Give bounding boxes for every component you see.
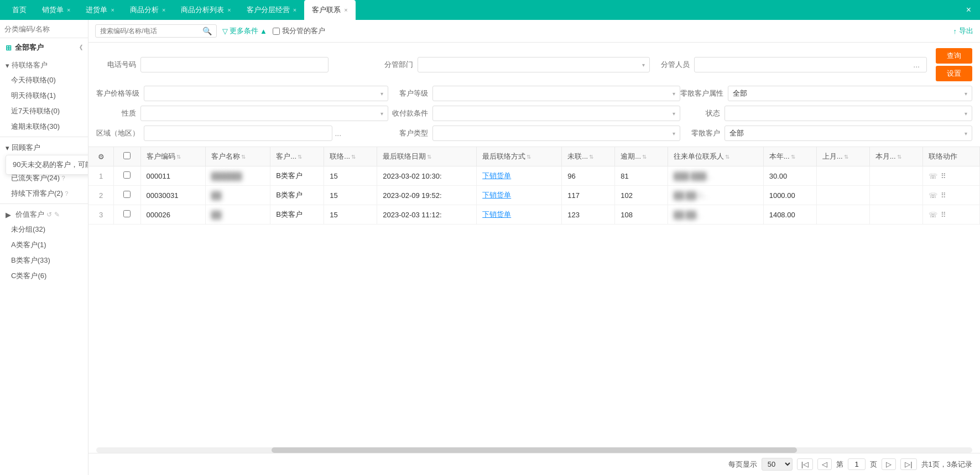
retail-select[interactable]: 全部 ▾: [724, 126, 972, 141]
tab-customer-layer[interactable]: 客户分层经营 ×: [239, 0, 304, 20]
person-select[interactable]: ...: [694, 57, 927, 72]
row-last-method[interactable]: 下销货单: [477, 186, 562, 205]
filter-customer-level: 客户等级 ▾: [388, 86, 680, 101]
close-tab-customer-layer[interactable]: ×: [293, 7, 296, 13]
more-actions-icon[interactable]: ⠿: [941, 172, 946, 180]
row-last-method[interactable]: 下销货单: [477, 166, 562, 186]
th-this-month[interactable]: 本月...⇅: [869, 147, 922, 166]
row-checkbox[interactable]: [123, 171, 131, 179]
th-uncontacted[interactable]: 未联...⇅: [562, 147, 615, 166]
th-last-method[interactable]: 最后联络方式⇅: [477, 147, 562, 166]
th-code[interactable]: 客户编码⇅: [140, 147, 205, 166]
th-name[interactable]: 客户名称⇅: [205, 147, 270, 166]
row-checkbox[interactable]: [123, 191, 131, 198]
chevron-up-icon: ▲: [260, 27, 267, 35]
sidebar-item-b-class[interactable]: B类客户(33): [0, 253, 88, 268]
query-button[interactable]: 查询: [936, 48, 972, 64]
row-type: B类客户: [270, 186, 324, 205]
th-last-date[interactable]: 最后联络日期⇅: [377, 147, 477, 166]
region-select[interactable]: [144, 126, 332, 141]
sidebar-item-declining[interactable]: 持续下滑客户(2) ?: [0, 186, 88, 201]
export-button[interactable]: ↑ 导出: [953, 26, 974, 36]
contact-icon[interactable]: ☏: [929, 172, 937, 180]
tab-analysis-list[interactable]: 商品分析列表 ×: [173, 0, 238, 20]
th-overdue[interactable]: 逾期...⇅: [615, 147, 668, 166]
sidebar-item-ungroup[interactable]: 未分组(32): [0, 222, 88, 237]
price-level-select[interactable]: ▾: [144, 86, 388, 101]
close-tab-sales[interactable]: ×: [67, 7, 70, 13]
status-select[interactable]: ▾: [724, 106, 972, 121]
row-overdue: 102: [615, 186, 668, 205]
row-num: 3: [88, 205, 114, 225]
per-page-select[interactable]: 50 100 200: [762, 458, 793, 471]
person-dots-icon[interactable]: ...: [911, 60, 922, 69]
sidebar-search-input[interactable]: [4, 25, 88, 33]
row-checkbox-cell[interactable]: [114, 205, 140, 225]
risk-customers-group[interactable]: ▾ 回顾客户 90天未交易的客户，可能有流失风险。: [0, 139, 88, 155]
dept-select[interactable]: ▾: [418, 57, 650, 72]
sidebar-item-today[interactable]: 今天待联络(0): [0, 72, 88, 88]
close-tab-analysis[interactable]: ×: [162, 7, 165, 13]
first-page-btn[interactable]: |◁: [797, 458, 813, 470]
sidebar-item-overdue[interactable]: 逾期未联络(30): [0, 119, 88, 134]
question-icon: ?: [61, 175, 65, 181]
scrollbar-thumb[interactable]: [272, 447, 797, 453]
page-num-input[interactable]: [848, 458, 866, 470]
more-actions-icon[interactable]: ⠿: [941, 191, 946, 200]
row-last-method[interactable]: 下销货单: [477, 205, 562, 225]
status-arrow-icon: ▾: [965, 111, 967, 117]
sidebar-all-customers: ⊞ 全部客户 《 ▾ 待联络客户 今天待联络(0) 明天待联络(1) 近7天待联…: [0, 38, 88, 284]
customer-type-select[interactable]: ▾: [432, 126, 680, 141]
contact-icon[interactable]: ☏: [929, 191, 937, 200]
th-type[interactable]: 客户...⇅: [270, 147, 324, 166]
th-liaison[interactable]: 往来单位联系人⇅: [668, 147, 764, 166]
th-last-month[interactable]: 上月...⇅: [816, 147, 869, 166]
select-all-checkbox[interactable]: [123, 152, 131, 159]
th-checkbox[interactable]: [114, 147, 140, 166]
th-this-year[interactable]: 本年...⇅: [763, 147, 816, 166]
row-name: ██████: [205, 166, 270, 186]
settings-button[interactable]: 设置: [936, 66, 972, 81]
close-all-tabs[interactable]: ×: [962, 5, 976, 15]
last-page-btn[interactable]: ▷|: [900, 458, 916, 470]
row-checkbox[interactable]: [123, 210, 131, 217]
row-checkbox-cell[interactable]: [114, 166, 140, 186]
row-checkbox-cell[interactable]: [114, 186, 140, 205]
pending-contact-group[interactable]: ▾ 待联络客户: [0, 57, 88, 72]
main-search-icon[interactable]: 🔍: [202, 27, 212, 35]
main-search-input[interactable]: [100, 27, 202, 35]
payment-select[interactable]: ▾: [432, 106, 680, 121]
more-conditions-btn[interactable]: ▽ 更多条件 ▲: [222, 26, 267, 36]
table-footer: 每页显示 50 100 200 |◁ ◁ 第 页 ▷ ▷| 共1页，3条记录: [88, 453, 980, 475]
tab-customer-contact[interactable]: 客户联系 ×: [304, 0, 355, 20]
th-contact[interactable]: 联络...⇅: [324, 147, 377, 166]
sidebar-item-c-class[interactable]: C类客户(6): [0, 268, 88, 284]
region-dots-icon[interactable]: ...: [332, 129, 343, 138]
tab-purchase[interactable]: 进货单 ×: [78, 0, 122, 20]
more-actions-icon[interactable]: ⠿: [941, 211, 946, 219]
row-type: B类客户: [270, 166, 324, 186]
close-tab-purchase[interactable]: ×: [111, 7, 114, 13]
tab-analysis[interactable]: 商品分析 ×: [122, 0, 173, 20]
contact-icon[interactable]: ☏: [929, 211, 937, 219]
th-settings[interactable]: ⚙: [88, 147, 114, 166]
customer-level-select[interactable]: ▾: [432, 86, 680, 101]
sidebar-item-7days[interactable]: 近7天待联络(0): [0, 103, 88, 119]
close-tab-customer-contact[interactable]: ×: [344, 7, 347, 13]
row-num: 2: [88, 186, 114, 205]
my-customers-checkbox[interactable]: [273, 28, 280, 35]
tab-home[interactable]: 首页: [4, 0, 34, 20]
sidebar-item-a-class[interactable]: A类客户(1): [0, 237, 88, 253]
horizontal-scrollbar[interactable]: [96, 447, 972, 453]
sidebar-item-tomorrow[interactable]: 明天待联络(1): [0, 88, 88, 103]
filter-dept: 分管部门 ▾: [373, 57, 650, 72]
all-customers-header[interactable]: ⊞ 全部客户 《: [0, 38, 88, 57]
phone-input[interactable]: [140, 57, 329, 72]
attr-select[interactable]: 全部 ▾: [728, 86, 972, 101]
value-customers-group[interactable]: ▶ 价值客户 ↺ ✎: [0, 206, 88, 222]
close-tab-analysis-list[interactable]: ×: [227, 7, 231, 13]
gender-select[interactable]: ▾: [140, 106, 388, 121]
next-page-btn[interactable]: ▷: [882, 458, 896, 470]
prev-page-btn[interactable]: ◁: [817, 458, 832, 470]
tab-sales[interactable]: 销货单 ×: [34, 0, 78, 20]
